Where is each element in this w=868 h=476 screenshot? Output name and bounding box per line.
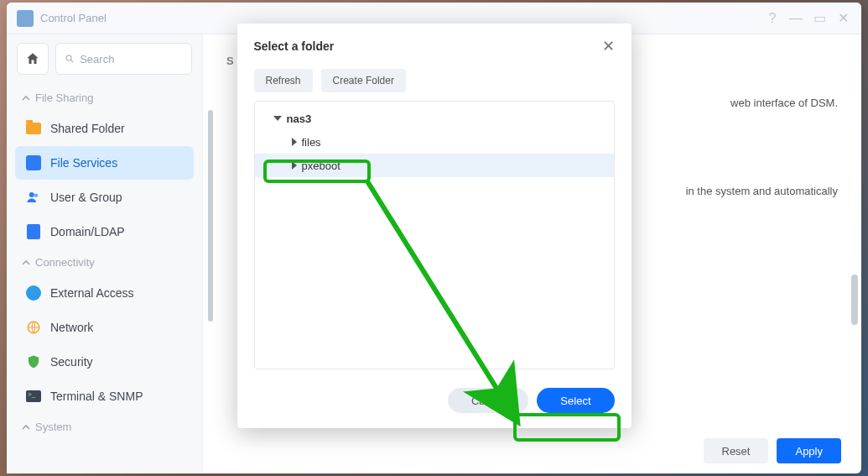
- tree-label: pxeboot: [302, 160, 340, 172]
- expand-down-icon[interactable]: [273, 116, 282, 121]
- create-folder-button[interactable]: Create Folder: [321, 69, 406, 92]
- tree-label: nas3: [287, 112, 312, 125]
- expand-right-icon[interactable]: [292, 161, 297, 170]
- tree-node-pxeboot[interactable]: pxeboot: [255, 154, 614, 177]
- select-button[interactable]: Select: [537, 388, 614, 413]
- tree-label: files: [302, 136, 321, 149]
- cancel-button[interactable]: Cancel: [448, 388, 528, 413]
- tree-node-files[interactable]: files: [255, 130, 614, 154]
- modal-backdrop: Select a folder ✕ Refresh Create Folder …: [0, 0, 868, 476]
- modal-title: Select a folder: [254, 39, 602, 53]
- refresh-button[interactable]: Refresh: [254, 69, 313, 92]
- modal-close-icon[interactable]: ✕: [602, 37, 615, 55]
- folder-tree[interactable]: nas3 files pxeboot: [254, 101, 615, 369]
- expand-right-icon[interactable]: [292, 138, 297, 146]
- select-folder-modal: Select a folder ✕ Refresh Create Folder …: [237, 24, 632, 428]
- tree-node-root[interactable]: nas3: [255, 107, 614, 130]
